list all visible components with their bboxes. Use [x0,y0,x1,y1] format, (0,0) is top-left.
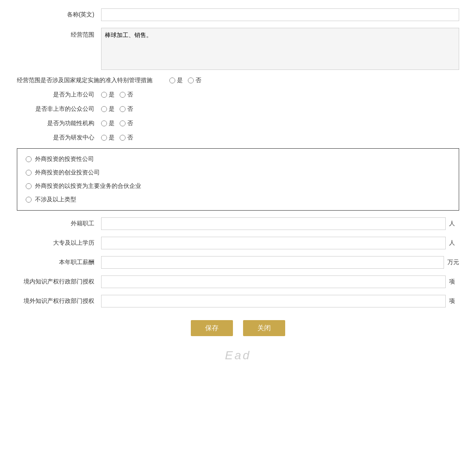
form-container: 各称(英文) 经营范围 棒球加工、销售。 经营范围是否涉及国家规定实施的准入特别… [17,8,459,362]
investment-type-label-3: 外商投资的以投资为主要业务的合伙企业 [35,182,141,190]
foreign-ip-unit: 项 [449,297,459,305]
foreign-staff-row: 外籍职工 人 [17,217,459,230]
special-mgmt-no-label: 否 [195,77,201,84]
investment-type-radio-4[interactable] [26,197,32,203]
foreign-ip-input[interactable] [101,295,446,307]
college-edu-unit: 人 [449,239,459,247]
investment-type-option-3[interactable]: 外商投资的以投资为主要业务的合伙企业 [26,182,450,190]
rd-center-row: 是否为研发中心 是 否 [17,134,459,142]
rd-yes-option[interactable]: 是 [101,134,115,142]
unlisted-no-option[interactable]: 否 [120,105,133,113]
rd-radio-group: 是 否 [101,134,133,142]
unlisted-public-row: 是否非上市的公众公司 是 否 [17,105,459,113]
business-scope-textarea[interactable]: 棒球加工、销售。 [101,28,459,70]
functional-yes-label: 是 [109,120,115,127]
foreign-ip-label: 境外知识产权行政部门授权 [17,297,101,305]
foreign-staff-input[interactable] [101,217,446,230]
investment-type-option-4[interactable]: 不涉及以上类型 [26,196,450,203]
investment-type-radio-3[interactable] [26,183,32,189]
functional-org-label: 是否为功能性机构 [17,120,101,127]
listed-no-label: 否 [127,91,133,99]
unlisted-yes-radio[interactable] [101,106,107,112]
domestic-ip-input[interactable] [101,275,446,288]
annual-salary-input[interactable] [101,256,444,269]
special-mgmt-no-option[interactable]: 否 [188,77,201,84]
unlisted-yes-label: 是 [109,105,115,113]
domestic-ip-label: 境内知识产权行政部门授权 [17,278,101,286]
name-en-input[interactable] [101,8,459,21]
foreign-staff-unit: 人 [449,220,459,227]
foreign-ip-row: 境外知识产权行政部门授权 项 [17,295,459,307]
functional-org-row: 是否为功能性机构 是 否 [17,120,459,127]
domestic-ip-unit: 项 [449,278,459,286]
unlisted-no-label: 否 [127,105,133,113]
listed-radio-group: 是 否 [101,91,133,99]
rd-yes-radio[interactable] [101,135,107,141]
functional-radio-group: 是 否 [101,120,133,127]
annual-salary-label: 本年职工薪酬 [17,259,101,266]
listed-yes-option[interactable]: 是 [101,91,115,99]
foreign-staff-label: 外籍职工 [17,220,101,227]
functional-no-label: 否 [127,120,133,127]
business-scope-row: 经营范围 棒球加工、销售。 [17,28,459,70]
investment-type-label-4: 不涉及以上类型 [35,196,76,203]
investment-type-radio-1[interactable] [26,156,32,162]
special-mgmt-yes-option[interactable]: 是 [169,77,183,84]
rd-no-radio[interactable] [120,135,126,141]
investment-type-option-2[interactable]: 外商投资的创业投资公司 [26,169,450,176]
unlisted-public-label: 是否非上市的公众公司 [17,105,101,113]
listed-yes-label: 是 [109,91,115,99]
special-mgmt-no-radio[interactable] [188,78,194,83]
investment-type-box: 外商投资的投资性公司 外商投资的创业投资公司 外商投资的以投资为主要业务的合伙企… [17,148,459,211]
save-button[interactable]: 保存 [191,320,233,336]
listed-no-option[interactable]: 否 [120,91,133,99]
functional-yes-option[interactable]: 是 [101,120,115,127]
functional-no-radio[interactable] [120,120,126,126]
special-mgmt-yes-radio[interactable] [169,78,175,83]
listed-company-label: 是否为上市公司 [17,91,101,99]
special-mgmt-radio-group: 是 否 [169,77,201,84]
annual-salary-unit: 万元 [447,259,459,266]
listed-company-row: 是否为上市公司 是 否 [17,91,459,99]
college-edu-label: 大专及以上学历 [17,239,101,247]
special-mgmt-yes-label: 是 [177,77,183,84]
functional-yes-radio[interactable] [101,120,107,126]
functional-no-option[interactable]: 否 [120,120,133,127]
button-row: 保存 关闭 [17,320,459,336]
business-scope-label: 经营范围 [17,28,101,39]
unlisted-yes-option[interactable]: 是 [101,105,115,113]
domestic-ip-row: 境内知识产权行政部门授权 项 [17,275,459,288]
rd-yes-label: 是 [109,134,115,142]
investment-type-radio-2[interactable] [26,170,32,176]
college-edu-input[interactable] [101,237,446,249]
annual-salary-row: 本年职工薪酬 万元 [17,256,459,269]
investment-type-label-2: 外商投资的创业投资公司 [35,169,100,176]
name-en-row: 各称(英文) [17,8,459,21]
close-button[interactable]: 关闭 [243,320,285,336]
rd-no-label: 否 [127,134,133,142]
listed-yes-radio[interactable] [101,92,107,98]
unlisted-radio-group: 是 否 [101,105,133,113]
special-mgmt-label: 经营范围是否涉及国家规定实施的准入特别管理措施 [17,77,152,84]
college-edu-row: 大专及以上学历 人 [17,237,459,249]
listed-no-radio[interactable] [120,92,126,98]
investment-type-option-1[interactable]: 外商投资的投资性公司 [26,155,450,163]
name-en-label: 各称(英文) [17,11,101,19]
investment-type-label-1: 外商投资的投资性公司 [35,155,94,163]
rd-no-option[interactable]: 否 [120,134,133,142]
special-mgmt-row: 经营范围是否涉及国家规定实施的准入特别管理措施 是 否 [17,77,459,84]
watermark-text: Ead [17,349,459,362]
unlisted-no-radio[interactable] [120,106,126,112]
rd-center-label: 是否为研发中心 [17,134,101,142]
